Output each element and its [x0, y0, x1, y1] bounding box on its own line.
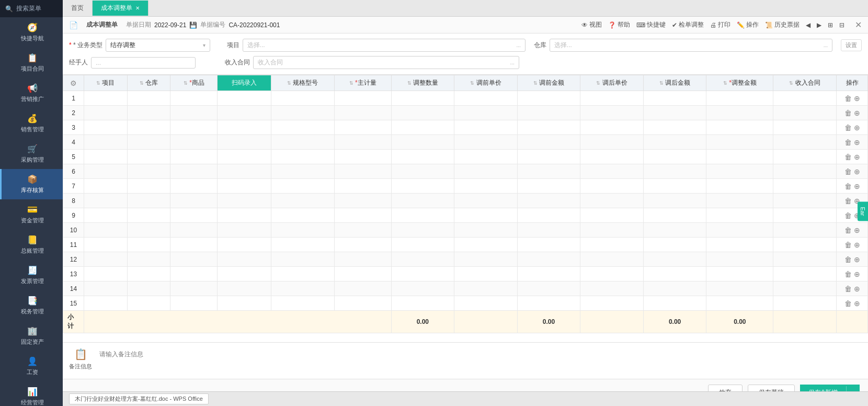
- cell-spec[interactable]: [271, 150, 335, 164]
- cell-income-contract[interactable]: [773, 194, 837, 208]
- cell-scan[interactable]: [218, 267, 271, 281]
- row-delete-btn[interactable]: 🗑: [844, 211, 852, 220]
- save-icon[interactable]: 💾: [189, 21, 197, 29]
- cell-after-amount[interactable]: [643, 238, 706, 252]
- cell-income-contract[interactable]: [773, 223, 837, 238]
- cell-before-amount[interactable]: [517, 91, 580, 106]
- cell-spec[interactable]: [271, 296, 335, 311]
- cell-before-amount[interactable]: [517, 281, 580, 296]
- cell-unit[interactable]: [334, 135, 391, 150]
- next-btn[interactable]: ▶: [817, 21, 821, 29]
- row-delete-btn[interactable]: 🗑: [844, 94, 852, 103]
- cell-after-amount[interactable]: [643, 208, 706, 223]
- cell-scan[interactable]: [218, 238, 271, 252]
- cell-before-price[interactable]: [454, 252, 518, 267]
- cell-product[interactable]: [170, 252, 218, 267]
- cell-before-price[interactable]: [454, 223, 518, 238]
- cell-after-price[interactable]: [580, 296, 644, 311]
- cell-scan[interactable]: [218, 252, 271, 267]
- cell-before-price[interactable]: [454, 164, 518, 179]
- cell-before-amount[interactable]: [517, 135, 580, 150]
- cell-product[interactable]: [170, 164, 218, 179]
- cell-product[interactable]: [170, 106, 218, 120]
- cell-after-price[interactable]: [580, 106, 644, 120]
- action-history[interactable]: 📜 历史票据: [765, 20, 800, 29]
- cell-adjust-qty[interactable]: [391, 106, 454, 120]
- cell-adjust-qty[interactable]: [391, 252, 454, 267]
- project-input[interactable]: 选择... ...: [243, 39, 526, 52]
- cell-scan[interactable]: [218, 281, 271, 296]
- cell-before-amount[interactable]: [517, 267, 580, 281]
- handler-input[interactable]: ...: [91, 57, 196, 69]
- cell-project[interactable]: [84, 252, 128, 267]
- cell-unit[interactable]: [334, 252, 391, 267]
- row-delete-btn[interactable]: 🗑: [844, 270, 852, 278]
- cell-adjust-amount[interactable]: [706, 267, 773, 281]
- cell-before-amount[interactable]: [517, 106, 580, 120]
- cell-warehouse[interactable]: [127, 150, 170, 164]
- cell-product[interactable]: [170, 223, 218, 238]
- cell-project[interactable]: [84, 208, 128, 223]
- cell-unit[interactable]: [334, 281, 391, 296]
- cell-before-amount[interactable]: [517, 179, 580, 194]
- sidebar-item-project-contract[interactable]: 📋项目合同: [0, 48, 63, 78]
- cell-after-price[interactable]: [580, 223, 644, 238]
- cell-before-price[interactable]: [454, 91, 518, 106]
- cell-scan[interactable]: [218, 91, 271, 106]
- cell-after-price[interactable]: [580, 91, 644, 106]
- cell-after-price[interactable]: [580, 208, 644, 223]
- cell-product[interactable]: [170, 135, 218, 150]
- cell-spec[interactable]: [271, 267, 335, 281]
- cell-adjust-amount[interactable]: [706, 223, 773, 238]
- col-settings[interactable]: ⚙: [63, 75, 84, 91]
- sidebar-search[interactable]: 🔍 搜索菜单: [0, 0, 63, 17]
- cell-adjust-qty[interactable]: [391, 194, 454, 208]
- cell-product[interactable]: [170, 208, 218, 223]
- cell-project[interactable]: [84, 223, 128, 238]
- cell-project[interactable]: [84, 179, 128, 194]
- cell-adjust-qty[interactable]: [391, 164, 454, 179]
- row-delete-btn[interactable]: 🗑: [844, 255, 852, 264]
- cell-adjust-amount[interactable]: [706, 194, 773, 208]
- cell-warehouse[interactable]: [127, 194, 170, 208]
- cell-scan[interactable]: [218, 296, 271, 311]
- prev-btn[interactable]: ◀: [806, 21, 810, 29]
- row-copy-btn[interactable]: ⊕: [854, 270, 860, 278]
- row-delete-btn[interactable]: 🗑: [844, 153, 852, 161]
- cell-unit[interactable]: [334, 296, 391, 311]
- cell-unit[interactable]: [334, 194, 391, 208]
- cell-income-contract[interactable]: [773, 296, 837, 311]
- cell-income-contract[interactable]: [773, 238, 837, 252]
- row-delete-btn[interactable]: 🗑: [844, 167, 852, 176]
- table-settings-icon[interactable]: ⚙: [70, 79, 77, 87]
- sidebar-item-invoice[interactable]: 🧾发票管理: [0, 260, 63, 290]
- cell-product[interactable]: [170, 238, 218, 252]
- cell-product[interactable]: [170, 194, 218, 208]
- cell-warehouse[interactable]: [127, 179, 170, 194]
- cell-spec[interactable]: [271, 252, 335, 267]
- cell-before-amount[interactable]: [517, 194, 580, 208]
- action-print[interactable]: 🖨 打印: [710, 20, 730, 29]
- cell-project[interactable]: [84, 120, 128, 135]
- cell-income-contract[interactable]: [773, 106, 837, 120]
- cell-spec[interactable]: [271, 238, 335, 252]
- cell-unit[interactable]: [334, 267, 391, 281]
- cell-adjust-amount[interactable]: [706, 179, 773, 194]
- action-hotkey[interactable]: ⌨ 快捷键: [636, 20, 666, 29]
- cell-income-contract[interactable]: [773, 135, 837, 150]
- cell-project[interactable]: [84, 281, 128, 296]
- cell-adjust-amount[interactable]: [706, 120, 773, 135]
- cell-after-price[interactable]: [580, 179, 644, 194]
- row-copy-btn[interactable]: ⊕: [854, 153, 860, 161]
- cell-spec[interactable]: [271, 281, 335, 296]
- row-copy-btn[interactable]: ⊕: [854, 123, 860, 132]
- row-delete-btn[interactable]: 🗑: [844, 226, 852, 234]
- cell-before-amount[interactable]: [517, 238, 580, 252]
- cell-warehouse[interactable]: [127, 281, 170, 296]
- cell-adjust-amount[interactable]: [706, 238, 773, 252]
- cell-project[interactable]: [84, 194, 128, 208]
- cell-after-amount[interactable]: [643, 164, 706, 179]
- cell-before-price[interactable]: [454, 194, 518, 208]
- cell-before-amount[interactable]: [517, 150, 580, 164]
- cell-warehouse[interactable]: [127, 106, 170, 120]
